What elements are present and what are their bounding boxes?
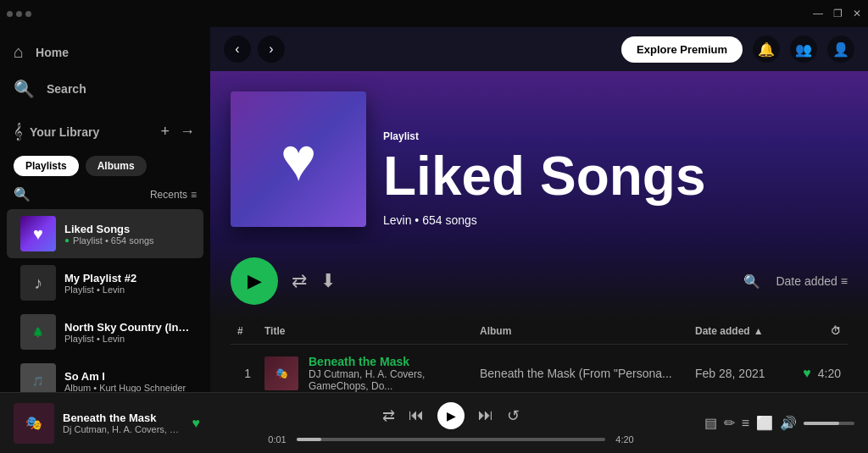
so-am-i-subtitle: Album • Kurt Hugo Schneider	[64, 383, 190, 393]
playlist2-info: My Playlist #2 Playlist • Levin	[64, 272, 190, 295]
devices-button[interactable]: ✏	[724, 415, 735, 431]
col-album-header: Album	[473, 325, 688, 337]
row-1-duration: ♥ 4:20	[807, 366, 848, 381]
explore-premium-button[interactable]: Explore Premium	[621, 36, 743, 63]
north-sky-info: North Sky Country (In-Game) Playlist • L…	[64, 321, 190, 344]
liked-heart-icon[interactable]: ♥	[803, 366, 811, 381]
titlebar-dot-2	[16, 11, 22, 17]
col-title-header: Title	[258, 325, 473, 337]
sort-arrow-icon: ≡	[841, 274, 848, 288]
back-button[interactable]: ‹	[224, 36, 251, 63]
search-label: Search	[47, 82, 86, 96]
total-time: 4:20	[612, 434, 637, 445]
social-button[interactable]: 👥	[790, 36, 817, 63]
maximize-button[interactable]: ❐	[833, 8, 843, 19]
header-right: Explore Premium 🔔 👥 👤	[621, 36, 854, 63]
current-time: 0:01	[264, 434, 290, 445]
filter-albums-button[interactable]: Albums	[86, 156, 147, 176]
row-1-track-name: Beneath the Mask	[309, 355, 466, 368]
so-am-i-info: So Am I Album • Kurt Hugo Schneider	[64, 370, 190, 393]
shuffle-player-button[interactable]: ⇄	[382, 406, 395, 425]
expand-library-button[interactable]: →	[178, 121, 197, 142]
date-added-sort-button[interactable]: Date added ≡	[776, 274, 848, 288]
track-table: # Title Album Date added ▲ ⏱ 1 🎭	[210, 318, 868, 392]
sidebar-item-playlist2[interactable]: ♪ My Playlist #2 Playlist • Levin	[7, 258, 203, 307]
player-play-button[interactable]: ▶	[437, 402, 465, 429]
heart-icon: ♥	[33, 224, 43, 244]
row-1-date: Feb 28, 2021	[688, 367, 807, 380]
filter-playlists-button[interactable]: Playlists	[14, 156, 79, 176]
title-bar: — ❐ ✕	[0, 0, 868, 27]
sort-controls: 🔍 Date added ≡	[738, 268, 848, 295]
shuffle-button[interactable]: ⇄	[292, 270, 307, 292]
notifications-button[interactable]: 🔔	[753, 36, 780, 63]
progress-bar[interactable]	[297, 438, 605, 441]
library-title: Your Library	[30, 125, 152, 139]
table-row[interactable]: 1 🎭 Beneath the Mask DJ Cutman, H. A. Co…	[231, 348, 848, 392]
queue-button[interactable]: ▤	[704, 415, 717, 431]
row-1-track-info: Beneath the Mask DJ Cutman, H. A. Covers…	[309, 355, 466, 392]
liked-songs-subtitle: ● Playlist • 654 songs	[64, 235, 190, 246]
player-controls: ⇄ ⏮ ▶ ⏭ ↺	[382, 402, 520, 429]
playlist-info: Playlist Liked Songs Levin • 654 songs	[383, 130, 848, 227]
repeat-button[interactable]: ↺	[507, 406, 520, 425]
player-left: 🎭 Beneath the Mask Dj Cutman, H. A. Cove…	[14, 403, 200, 444]
volume-fill	[804, 422, 839, 425]
sidebar-search-icon[interactable]: 🔍	[14, 186, 31, 202]
table-search-button[interactable]: 🔍	[738, 268, 765, 295]
forward-button[interactable]: ›	[258, 36, 285, 63]
table-header: # Title Album Date added ▲ ⏱	[231, 318, 848, 345]
player-liked-icon[interactable]: ♥	[192, 416, 201, 431]
sidebar-nav: ⌂ Home 🔍 Search	[0, 27, 210, 114]
player-track-artist: Dj Cutman, H. A. Covers, GameChops, Dodg…	[63, 424, 184, 434]
playlist-meta: Levin • 654 songs	[383, 213, 848, 227]
controls-bar: ▶ ⇄ ⬇ 🔍 Date added ≡	[210, 244, 868, 318]
volume-bar[interactable]	[804, 422, 854, 425]
col-date-header: Date added ▲	[688, 325, 807, 337]
date-added-label: Date added	[776, 274, 837, 288]
playlist-cover: ♥	[231, 91, 366, 227]
search-icon: 🔍	[14, 79, 35, 99]
minimize-button[interactable]: —	[813, 8, 823, 19]
content-header: ‹ › Explore Premium 🔔 👥 👤	[210, 27, 868, 71]
list-icon: ≡	[191, 189, 197, 201]
library-header: 𝄞 Your Library + →	[0, 114, 210, 149]
sidebar-item-so-am-i[interactable]: 🎵 So Am I Album • Kurt Hugo Schneider	[7, 356, 203, 392]
liked-songs-thumb: ♥	[20, 216, 56, 251]
row-1-num: 1	[231, 367, 258, 380]
titlebar-dot-1	[7, 11, 13, 17]
sidebar-item-liked-songs[interactable]: ♥ Liked Songs ● Playlist • 654 songs	[7, 209, 203, 258]
profile-button[interactable]: 👤	[827, 36, 854, 63]
add-library-button[interactable]: +	[159, 121, 171, 142]
sidebar: ⌂ Home 🔍 Search 𝄞 Your Library + → Playl…	[0, 27, 210, 392]
row-1-album: Beneath the Mask (From "Persona...	[473, 367, 688, 380]
player-thumb: 🎭	[14, 403, 54, 444]
content-area: ‹ › Explore Premium 🔔 👥 👤 ♥ Playlist Lik…	[210, 27, 868, 392]
header-nav-buttons: ‹ ›	[224, 36, 285, 63]
sidebar-item-home[interactable]: ⌂ Home	[0, 34, 210, 70]
sidebar-item-search[interactable]: 🔍 Search	[0, 70, 210, 108]
playlist-type-label: Playlist	[383, 130, 848, 142]
download-button[interactable]: ⬇	[320, 270, 336, 292]
sidebar-item-north-sky[interactable]: 🌲 North Sky Country (In-Game) Playlist •…	[7, 307, 203, 356]
sidebar-recents[interactable]: Recents ≡	[150, 189, 197, 201]
library-actions: + →	[159, 121, 197, 142]
connect-button[interactable]: ⬜	[756, 415, 773, 431]
lyrics-button[interactable]: ≡	[742, 416, 749, 431]
play-large-button[interactable]: ▶	[231, 257, 278, 305]
north-sky-thumb: 🌲	[20, 314, 56, 350]
sidebar-list: ♥ Liked Songs ● Playlist • 654 songs ♪ M…	[0, 209, 210, 392]
north-sky-title: North Sky Country (In-Game)	[64, 321, 190, 334]
col-num-header: #	[231, 325, 258, 337]
main-layout: ⌂ Home 🔍 Search 𝄞 Your Library + → Playl…	[0, 27, 868, 392]
heart-large-icon: ♥	[281, 124, 317, 194]
player-track-name: Beneath the Mask	[63, 412, 184, 424]
close-button[interactable]: ✕	[853, 8, 861, 19]
volume-button[interactable]: 🔊	[780, 415, 797, 431]
prev-button[interactable]: ⏮	[409, 406, 424, 424]
liked-songs-title: Liked Songs	[64, 223, 190, 235]
row-1-art: 🎭	[264, 356, 298, 390]
titlebar-dots	[7, 11, 31, 17]
next-button[interactable]: ⏭	[478, 406, 493, 424]
progress-fill	[297, 438, 321, 441]
